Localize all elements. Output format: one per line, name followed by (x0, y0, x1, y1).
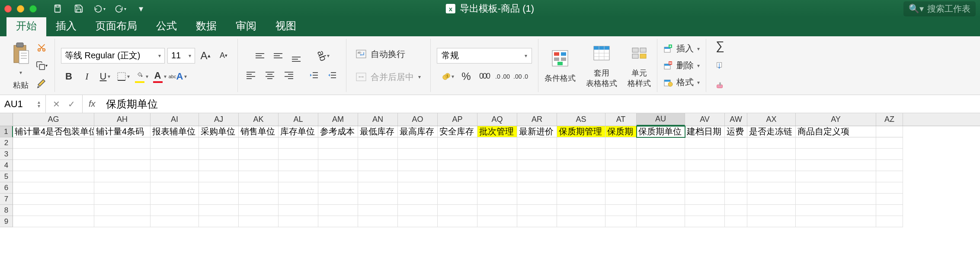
cell-AR3[interactable] (517, 149, 557, 160)
merge-center-button[interactable]: 合并后居中 ▾ (352, 70, 424, 85)
cell-AP9[interactable] (438, 216, 477, 227)
cell-AO1[interactable]: 最高库存 (398, 126, 438, 137)
cell-AW7[interactable] (725, 194, 747, 205)
ribbon-tab-6[interactable]: 视图 (266, 16, 306, 36)
cell-AK9[interactable] (239, 216, 279, 227)
ribbon-tab-0[interactable]: 开始 (6, 16, 46, 36)
font-name-select[interactable]: 等线 Regular (正文)▾ (61, 48, 165, 64)
ribbon-tab-1[interactable]: 插入 (46, 16, 86, 36)
cell-AP1[interactable]: 安全库存 (438, 126, 477, 137)
cell-AI7[interactable] (151, 194, 199, 205)
italic-button[interactable]: I (79, 70, 95, 83)
cell-AU6[interactable] (637, 182, 685, 194)
cell-AQ6[interactable] (477, 182, 517, 194)
cell-AJ6[interactable] (199, 182, 239, 194)
fill-button[interactable] (712, 59, 728, 73)
cell-AN7[interactable] (358, 194, 398, 205)
cell-AJ9[interactable] (199, 216, 239, 227)
cell-AV2[interactable] (685, 137, 725, 149)
cell-AM1[interactable]: 参考成本 (318, 126, 358, 137)
percent-button[interactable]: % (458, 70, 474, 83)
phonetic-button[interactable]: abcA▾ (170, 70, 186, 83)
increase-decimal-button[interactable]: .0.00 (495, 70, 510, 83)
cell-AK7[interactable] (239, 194, 279, 205)
row-header-7[interactable]: 7 (0, 194, 13, 205)
cell-AY6[interactable] (796, 182, 876, 194)
cell-AY4[interactable] (796, 160, 876, 171)
cell-AH4[interactable] (94, 160, 151, 171)
cell-AZ6[interactable] (876, 182, 903, 194)
cell-AL1[interactable]: 库存单位 (279, 126, 318, 137)
row-header-8[interactable]: 8 (0, 205, 13, 216)
column-header-AJ[interactable]: AJ (199, 113, 239, 126)
cell-AR8[interactable] (517, 205, 557, 216)
cell-AZ2[interactable] (876, 137, 903, 149)
cell-AM7[interactable] (318, 194, 358, 205)
cell-AP8[interactable] (438, 205, 477, 216)
cell-AX8[interactable] (747, 205, 796, 216)
close-window-button[interactable] (4, 5, 12, 13)
cell-AV6[interactable] (685, 182, 725, 194)
cell-AN4[interactable] (358, 160, 398, 171)
cell-AR1[interactable]: 最新进价 (517, 126, 557, 137)
cell-AW4[interactable] (725, 160, 747, 171)
cell-AV9[interactable] (685, 216, 725, 227)
cell-AW8[interactable] (725, 205, 747, 216)
cell-AK5[interactable] (239, 171, 279, 182)
cell-AZ1[interactable] (876, 126, 903, 137)
cell-AI8[interactable] (151, 205, 199, 216)
cell-AO9[interactable] (398, 216, 438, 227)
conditional-format-button[interactable]: 条件格式 (544, 48, 576, 83)
cell-AK1[interactable]: 销售单位 (239, 126, 279, 137)
cell-AT5[interactable] (605, 171, 637, 182)
autosum-button[interactable]: ∑ (712, 39, 728, 53)
cell-AW1[interactable]: 运费 (725, 126, 747, 137)
cell-AH2[interactable] (94, 137, 151, 149)
cell-AS9[interactable] (557, 216, 605, 227)
cell-AU4[interactable] (637, 160, 685, 171)
cell-AL7[interactable] (279, 194, 318, 205)
cell-AU7[interactable] (637, 194, 685, 205)
cell-AP6[interactable] (438, 182, 477, 194)
cell-AI2[interactable] (151, 137, 199, 149)
cell-AQ4[interactable] (477, 160, 517, 171)
cell-AL9[interactable] (279, 216, 318, 227)
cell-AT9[interactable] (605, 216, 637, 227)
cell-AG5[interactable] (13, 171, 94, 182)
cell-AN2[interactable] (358, 137, 398, 149)
column-header-AP[interactable]: AP (438, 113, 477, 126)
cell-AN6[interactable] (358, 182, 398, 194)
select-all-corner[interactable] (0, 113, 13, 126)
column-header-AS[interactable]: AS (557, 113, 605, 126)
ribbon-tab-5[interactable]: 审阅 (226, 16, 266, 36)
cancel-formula-button[interactable]: ✕ (53, 99, 60, 109)
cell-AJ2[interactable] (199, 137, 239, 149)
column-header-AM[interactable]: AM (318, 113, 358, 126)
cell-AX2[interactable] (747, 137, 796, 149)
bold-button[interactable]: B (61, 70, 77, 83)
cell-AS8[interactable] (557, 205, 605, 216)
cell-AL5[interactable] (279, 171, 318, 182)
redo-icon[interactable]: ▾ (114, 3, 126, 15)
cell-AO4[interactable] (398, 160, 438, 171)
cell-AM9[interactable] (318, 216, 358, 227)
cell-AP5[interactable] (438, 171, 477, 182)
cell-AO7[interactable] (398, 194, 438, 205)
cell-AT6[interactable] (605, 182, 637, 194)
row-header-9[interactable]: 9 (0, 216, 13, 227)
cell-AG8[interactable] (13, 205, 94, 216)
number-format-select[interactable]: 常规▾ (437, 48, 532, 64)
cell-AI5[interactable] (151, 171, 199, 182)
cell-AM2[interactable] (318, 137, 358, 149)
column-header-AX[interactable]: AX (747, 113, 796, 126)
fill-color-button[interactable]: ▾ (134, 70, 149, 83)
cell-AQ9[interactable] (477, 216, 517, 227)
cell-AU1[interactable]: 保质期单位 (637, 126, 685, 137)
increase-indent-button[interactable] (324, 69, 340, 83)
cell-AW9[interactable] (725, 216, 747, 227)
cell-AN3[interactable] (358, 149, 398, 160)
cell-AO6[interactable] (398, 182, 438, 194)
align-left-button[interactable] (244, 70, 259, 82)
ribbon-tab-3[interactable]: 公式 (147, 16, 186, 36)
cell-AU2[interactable] (637, 137, 685, 149)
